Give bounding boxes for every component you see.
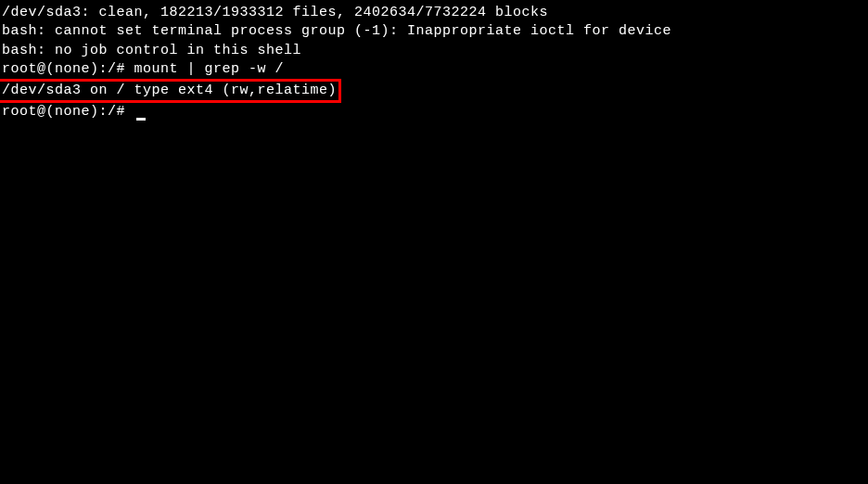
shell-prompt: root@(none):/#: [2, 104, 134, 120]
shell-prompt: root@(none):/#: [2, 61, 134, 77]
shell-command: mount | grep -w /: [134, 61, 285, 77]
cursor-icon: [136, 118, 146, 121]
highlighted-output: /dev/sda3 on / type ext4 (rw,relatime): [0, 79, 341, 103]
terminal-output-highlighted: /dev/sda3 on / type ext4 (rw,relatime): [2, 79, 866, 103]
terminal-prompt-line[interactable]: root@(none):/#: [2, 103, 866, 121]
terminal-output-line: /dev/sda3: clean, 182213/1933312 files, …: [2, 4, 866, 22]
terminal-command-line: root@(none):/# mount | grep -w /: [2, 60, 866, 79]
terminal-output-line: bash: cannot set terminal process group …: [2, 22, 866, 41]
terminal-output-line: bash: no job control in this shell: [2, 42, 866, 60]
